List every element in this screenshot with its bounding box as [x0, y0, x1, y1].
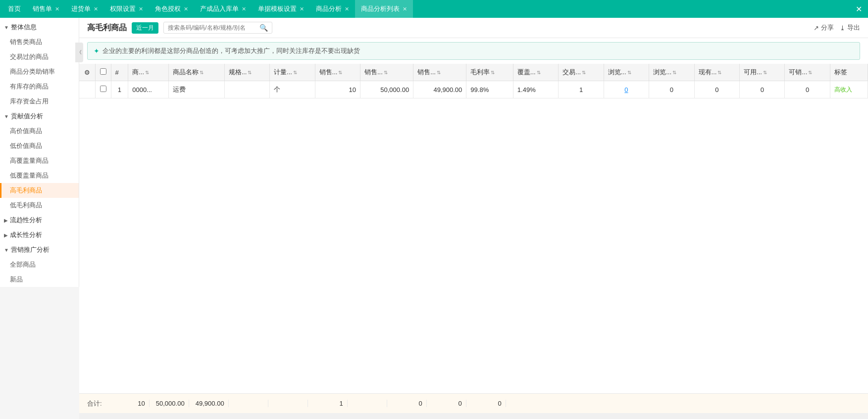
tab-product-analysis-list[interactable]: 商品分析列表 ✕	[355, 0, 413, 18]
sidebar-wrapper: ▼ 整体信息 销售类商品 交易过的商品 商品分类助销率 有库存的商品 库存资金占…	[0, 18, 79, 419]
summary-empty2	[268, 400, 308, 407]
th-tag[interactable]: 标签	[830, 64, 868, 81]
export-icon: ⤓	[840, 24, 845, 32]
td-view1[interactable]: 0	[604, 81, 649, 98]
summary-view2: 0	[387, 400, 427, 407]
td-usable-stock: 0	[740, 81, 785, 98]
sidebar-item-stock-capital[interactable]: 库存资金占用	[0, 94, 79, 109]
tab-product-inbound[interactable]: 产成品入库单 ✕	[194, 0, 252, 18]
tab-product-analysis[interactable]: 商品分析 ✕	[310, 0, 355, 18]
tab-close-product-analysis-list[interactable]: ✕	[403, 6, 407, 12]
sidebar-item-traded-goods[interactable]: 交易过的商品	[0, 49, 79, 64]
horizontal-scrollbar[interactable]	[79, 413, 868, 419]
th-sale-amount[interactable]: 销售...⇅	[360, 64, 413, 81]
td-sale-qty: 10	[315, 81, 360, 98]
th-gear[interactable]: ⚙	[79, 64, 95, 81]
sidebar-section-overall-info[interactable]: ▼ 整体信息	[0, 20, 79, 35]
sort-icon-name: ⇅	[200, 70, 204, 75]
th-name[interactable]: 商品名称⇅	[168, 64, 224, 81]
sidebar-item-low-value[interactable]: 低价值商品	[0, 139, 79, 153]
th-coverage[interactable]: 覆盖...⇅	[513, 64, 558, 81]
search-input[interactable]	[168, 24, 256, 31]
main-layout: ▼ 整体信息 销售类商品 交易过的商品 商品分类助销率 有库存的商品 库存资金占…	[0, 18, 868, 419]
sidebar-item-category-sales-rate[interactable]: 商品分类助销率	[0, 64, 79, 79]
table-header-row: ⚙ # 商...⇅ 商品名称⇅ 规格...⇅ 计量...⇅ 销售...⇅ 销售.…	[79, 64, 868, 81]
sort-icon-view2: ⇅	[672, 70, 676, 75]
content-area: 高毛利商品 近一月 🔍 ↗ 分享 ⤓ 导出 ✦ 企业的主要的利润都是这部分商品创…	[79, 18, 868, 419]
content-header: 高毛利商品 近一月 🔍 ↗ 分享 ⤓ 导出	[79, 18, 868, 38]
td-check[interactable]	[95, 81, 111, 98]
th-view1[interactable]: 浏览...⇅	[604, 64, 649, 81]
arrow-icon-5: ▼	[4, 247, 9, 253]
sort-icon-saleable: ⇅	[808, 70, 812, 75]
tab-close-product-analysis[interactable]: ✕	[345, 6, 349, 12]
share-button[interactable]: ↗ 分享	[814, 23, 834, 32]
sidebar-item-new-goods[interactable]: 新品	[0, 272, 79, 287]
summary-cells: 10 50,000.00 49,900.00 1 0 0 0	[110, 400, 860, 407]
sidebar-item-sales-goods[interactable]: 销售类商品	[0, 35, 79, 49]
tab-permission-settings[interactable]: 权限设置 ✕	[104, 0, 149, 18]
th-saleable[interactable]: 可销...⇅	[785, 64, 830, 81]
sidebar-collapse-btn[interactable]: 《	[75, 43, 83, 62]
td-coverage: 1.49%	[513, 81, 558, 98]
sidebar-item-high-margin[interactable]: 高毛利商品	[0, 183, 79, 198]
td-view2: 0	[649, 81, 694, 98]
th-index: #	[111, 64, 128, 81]
tab-close-sales-order[interactable]: ✕	[55, 6, 59, 12]
table-container[interactable]: ⚙ # 商...⇅ 商品名称⇅ 规格...⇅ 计量...⇅ 销售...⇅ 销售.…	[79, 64, 868, 393]
summary-label: 合计:	[87, 399, 102, 408]
sidebar-section-contribution[interactable]: ▼ 贡献值分析	[0, 109, 79, 124]
th-view2[interactable]: 浏览...⇅	[649, 64, 694, 81]
tab-close-template-settings[interactable]: ✕	[300, 6, 304, 12]
th-code[interactable]: 商...⇅	[128, 64, 168, 81]
th-sale-cost[interactable]: 销售...⇅	[413, 64, 466, 81]
tab-role-auth[interactable]: 角色授权 ✕	[149, 0, 194, 18]
tab-homepage[interactable]: 首页	[2, 0, 27, 18]
sidebar-item-high-value[interactable]: 高价值商品	[0, 124, 79, 139]
sort-icon-trade: ⇅	[582, 70, 586, 75]
th-usable-stock[interactable]: 可用...⇅	[740, 64, 785, 81]
sidebar: ▼ 整体信息 销售类商品 交易过的商品 商品分类助销率 有库存的商品 库存资金占…	[0, 18, 79, 287]
sort-icon-unit: ⇅	[293, 70, 297, 75]
export-button[interactable]: ⤓ 导出	[840, 23, 860, 32]
sort-icon-usable-stock: ⇅	[763, 70, 767, 75]
th-sale-qty[interactable]: 销售...⇅	[315, 64, 360, 81]
sidebar-section-trend[interactable]: ▶ 流趋性分析	[0, 213, 79, 228]
row-checkbox[interactable]	[100, 86, 106, 92]
th-unit[interactable]: 计量...⇅	[270, 64, 315, 81]
th-check[interactable]	[95, 64, 111, 81]
td-trade: 1	[559, 81, 604, 98]
sidebar-item-high-coverage[interactable]: 高覆盖量商品	[0, 153, 79, 168]
header-right-buttons: ↗ 分享 ⤓ 导出	[814, 23, 860, 32]
tab-template-settings[interactable]: 单据模板设置 ✕	[252, 0, 310, 18]
sort-icon-sale-qty: ⇅	[338, 70, 342, 75]
th-trade[interactable]: 交易...⇅	[559, 64, 604, 81]
arrow-icon: ▼	[4, 25, 9, 30]
tab-bar: 首页 销售单 ✕ 进货单 ✕ 权限设置 ✕ 角色授权 ✕ 产成品入库单 ✕ 单据…	[0, 0, 868, 18]
summary-sale-qty: 10	[110, 400, 150, 407]
tab-close-product-inbound[interactable]: ✕	[242, 6, 246, 12]
sidebar-item-low-margin[interactable]: 低毛利商品	[0, 198, 79, 213]
tab-sales-order[interactable]: 销售单 ✕	[27, 0, 65, 18]
summary-sale-amount: 50,000.00	[150, 400, 189, 407]
sort-icon-sale-cost: ⇅	[437, 70, 441, 75]
sidebar-item-all-goods[interactable]: 全部商品	[0, 257, 79, 272]
select-all-checkbox[interactable]	[100, 68, 106, 75]
close-all-btn[interactable]: ✕	[852, 4, 866, 14]
th-gross-margin[interactable]: 毛利率⇅	[466, 64, 513, 81]
table-row: 1 0000... 运费 个 10 50,000.00 49,900.00 99…	[79, 81, 868, 98]
sort-icon-gross-margin: ⇅	[491, 70, 495, 75]
tab-close-purchase-order[interactable]: ✕	[94, 6, 98, 12]
tab-close-permission-settings[interactable]: ✕	[139, 6, 143, 12]
th-current-stock[interactable]: 现有...⇅	[694, 64, 739, 81]
sidebar-item-low-coverage[interactable]: 低覆盖量商品	[0, 168, 79, 183]
th-spec[interactable]: 规格...⇅	[224, 64, 269, 81]
tab-purchase-order[interactable]: 进货单 ✕	[65, 0, 104, 18]
tab-close-role-auth[interactable]: ✕	[184, 6, 188, 12]
sidebar-section-marketing[interactable]: ▼ 营销推广分析	[0, 242, 79, 257]
search-icon[interactable]: 🔍	[259, 24, 268, 32]
time-filter-recent-month[interactable]: 近一月	[132, 22, 158, 34]
sidebar-item-stock-goods[interactable]: 有库存的商品	[0, 79, 79, 94]
td-unit: 个	[270, 81, 315, 98]
sidebar-section-growth[interactable]: ▶ 成长性分析	[0, 228, 79, 242]
